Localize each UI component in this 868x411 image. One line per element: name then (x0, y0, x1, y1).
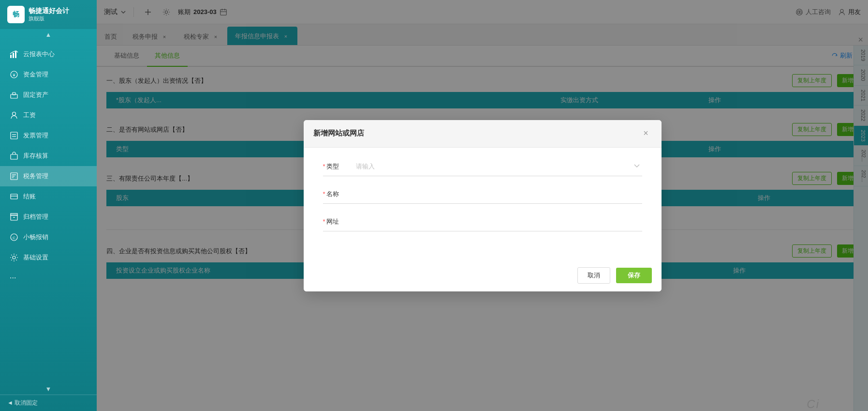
sidebar-scroll-up[interactable]: ▲ (0, 29, 97, 40)
more-icon: ··· (10, 274, 16, 282)
modal-header: 新增网站或网店 × (304, 120, 662, 148)
svg-rect-8 (11, 132, 17, 139)
sidebar-item-inventory[interactable]: 库存核算 (0, 146, 97, 166)
svg-text:¥: ¥ (12, 73, 15, 77)
sidebar-item-label: 基础设置 (23, 253, 48, 262)
sidebar-item-label: 小畅报销 (23, 233, 48, 242)
sidebar-item-label: 发票管理 (23, 131, 48, 140)
modal-title: 新增网站或网店 (313, 129, 364, 138)
chart-icon (10, 50, 18, 59)
sidebar-item-label: 工资 (23, 111, 36, 120)
modal-body: *类型 *名称 *网址 (304, 148, 662, 259)
expense-icon: C (10, 233, 18, 242)
svg-text:C: C (13, 236, 15, 240)
sidebar-item-payroll[interactable]: 工资 (0, 105, 97, 125)
sidebar-item-label: 结账 (23, 192, 36, 201)
sidebar-item-label: 云报表中心 (23, 50, 55, 59)
modal-close-button[interactable]: × (640, 128, 652, 139)
sidebar-item-xiaochang[interactable]: C 小畅报销 (0, 227, 97, 247)
sidebar-item-tax-mgmt[interactable]: 税务管理 (0, 166, 97, 186)
settings-icon (10, 253, 18, 262)
url-label: *网址 (323, 217, 352, 226)
sidebar-item-label: 资金管理 (23, 70, 48, 79)
sidebar: 畅 畅捷通好会计 旗舰版 ▲ 云报表中心 ¥ 资金管理 固定资产 工资 发票管理 (0, 0, 97, 411)
sidebar-item-invoice-mgmt[interactable]: 发票管理 (0, 125, 97, 146)
archive-icon (10, 213, 18, 221)
sidebar-item-more[interactable]: ··· (0, 268, 97, 288)
sidebar-item-fixed-asset[interactable]: 固定资产 (0, 85, 97, 105)
form-row-type: *类型 (323, 162, 642, 176)
sidebar-item-fund-mgmt[interactable]: ¥ 资金管理 (0, 64, 97, 85)
svg-point-7 (13, 112, 16, 116)
save-button[interactable]: 保存 (616, 268, 652, 283)
invoice-icon (10, 131, 18, 140)
tax-icon (10, 172, 18, 181)
svg-rect-11 (11, 154, 17, 159)
sidebar-item-label: 税务管理 (23, 172, 48, 181)
app-name: 畅捷通好会计 (29, 7, 69, 15)
svg-rect-1 (13, 53, 14, 58)
modal-add-website: 新增网站或网店 × *类型 *名称 (304, 120, 662, 291)
type-label: *类型 (323, 162, 352, 171)
asset-icon (10, 91, 18, 99)
cancel-button[interactable]: 取消 (577, 267, 610, 284)
checkout-icon (10, 192, 18, 201)
sidebar-item-basic-settings[interactable]: 基础设置 (0, 247, 97, 268)
type-dropdown-icon[interactable] (632, 162, 642, 170)
type-input[interactable] (352, 163, 632, 170)
modal-footer: 取消 保存 (304, 259, 662, 291)
form-row-name: *名称 (323, 190, 642, 204)
url-input[interactable] (352, 218, 642, 225)
svg-rect-16 (11, 194, 17, 199)
sidebar-item-checkout[interactable]: 结账 (0, 186, 97, 207)
svg-rect-0 (10, 55, 12, 58)
sidebar-item-cloud-report[interactable]: 云报表中心 (0, 44, 97, 64)
name-input[interactable] (352, 190, 642, 198)
form-row-url: *网址 (323, 217, 642, 231)
sidebar-nav: 云报表中心 ¥ 资金管理 固定资产 工资 发票管理 库存核算 税务管理 结账 (0, 40, 97, 383)
app-sub: 旗舰版 (29, 15, 69, 22)
fund-icon: ¥ (10, 70, 18, 79)
sidebar-item-label: 库存核算 (23, 152, 48, 160)
sidebar-scroll-down[interactable]: ▼ (0, 383, 97, 395)
payroll-icon (10, 111, 18, 120)
sidebar-item-archive-mgmt[interactable]: 归档管理 (0, 207, 97, 227)
sidebar-logo: 畅 畅捷通好会计 旗舰版 (0, 0, 97, 29)
sidebar-pin-toggle[interactable]: ◄ 取消固定 (0, 395, 97, 411)
svg-point-23 (13, 256, 15, 259)
svg-rect-2 (15, 51, 16, 58)
name-label: *名称 (323, 190, 352, 198)
inventory-icon (10, 152, 18, 160)
sidebar-item-label: 固定资产 (23, 91, 48, 99)
modal-overlay: 新增网站或网店 × *类型 *名称 (97, 0, 868, 411)
logo-icon: 畅 (7, 6, 25, 23)
sidebar-item-label: 归档管理 (23, 213, 48, 221)
